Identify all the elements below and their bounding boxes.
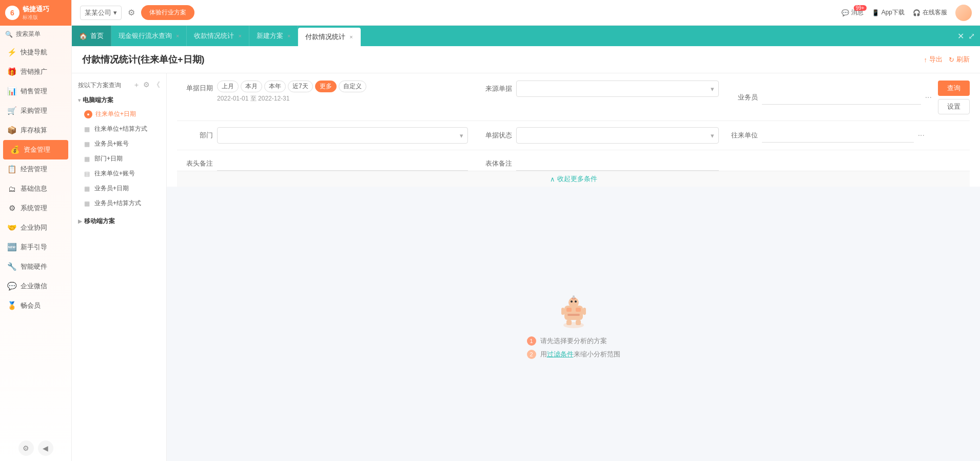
- salesman-filter-label: 业务员: [727, 93, 758, 102]
- online-service-btn[interactable]: 🎧 在线客服: [913, 8, 947, 17]
- dept-select[interactable]: ▾: [217, 127, 468, 144]
- plan-panel-header-actions: ＋ ⚙ 《: [133, 81, 160, 90]
- settings-small-btn[interactable]: 设置: [938, 99, 970, 114]
- app-name: 畅捷通巧: [23, 5, 49, 14]
- tab-payment-label: 付款情况统计: [305, 32, 345, 42]
- collapse-btn-label: 收起更多条件: [557, 174, 597, 184]
- manage-plan-icon[interactable]: ⚙: [143, 81, 150, 90]
- right-content: 单据日期 上月 本月 本年 近7天 更多 自定义 20: [167, 73, 980, 461]
- collapse-sidebar-btn[interactable]: ◀: [38, 440, 53, 456]
- tab-receipt-label: 收款情况统计: [194, 31, 234, 41]
- date-btn-last-month[interactable]: 上月: [217, 81, 239, 92]
- date-btn-more[interactable]: 更多: [315, 81, 337, 92]
- sidebar-item-operations[interactable]: 📋 经营管理: [0, 159, 71, 179]
- dept-filter-label: 部门: [177, 131, 213, 140]
- sidebar-item-sales[interactable]: 📊 销售管理: [0, 82, 71, 101]
- sidebar-item-purchase[interactable]: 🛒 采购管理: [0, 101, 71, 121]
- marketing-icon: 🎁: [7, 67, 16, 76]
- message-badge: 99+: [854, 5, 867, 11]
- svg-rect-12: [566, 320, 572, 325]
- empty-tip-2: 2 用过滤条件来缩小分析范围: [527, 350, 620, 359]
- plan-grid-icon: ▦: [84, 141, 91, 148]
- close-new-plan-tab[interactable]: ×: [287, 33, 290, 39]
- tip-num-2: 2: [527, 350, 536, 359]
- page-title: 付款情况统计(往来单位+日期): [82, 53, 205, 66]
- mobile-section-arrow-icon: ▶: [78, 218, 82, 224]
- trial-btn[interactable]: 体验行业方案: [141, 5, 194, 20]
- plan-item-partner-date[interactable]: ● 往来单位+日期: [72, 107, 166, 122]
- sidebar-item-hardware[interactable]: 🔧 智能硬件: [0, 257, 71, 276]
- phone-icon: 📱: [872, 9, 879, 16]
- body-note-label: 表体备注: [476, 159, 512, 168]
- settings-footer-btn[interactable]: ⚙: [18, 440, 34, 456]
- plan-item-dept-date[interactable]: ▦ 部门+日期: [72, 151, 166, 166]
- source-select[interactable]: ▾: [516, 81, 719, 97]
- sidebar: 6 畅捷通巧 标准版 🔍 搜索菜单 ⚡ 快捷导航 🎁 营销推广 📊 销售管理 🛒…: [0, 0, 72, 461]
- sidebar-item-weixin[interactable]: 💬 企业微信: [0, 276, 71, 296]
- app-version: 标准版: [23, 14, 49, 21]
- plan-panel-title: 按以下方案查询: [78, 81, 121, 90]
- sidebar-item-member[interactable]: 🏅 畅会员: [0, 296, 71, 315]
- sidebar-item-guide[interactable]: 🆕 新手引导: [0, 237, 71, 257]
- collapse-plan-panel-icon[interactable]: 《: [153, 81, 160, 90]
- user-avatar[interactable]: [955, 5, 972, 21]
- sidebar-item-capital[interactable]: 💰 资金管理: [3, 140, 68, 159]
- add-plan-icon[interactable]: ＋: [133, 81, 140, 90]
- tab-payment[interactable]: 付款情况统计 ×: [298, 28, 360, 46]
- sidebar-item-inventory[interactable]: 📦 库存核算: [0, 121, 71, 140]
- close-receipt-tab[interactable]: ×: [238, 33, 241, 39]
- plan-section-mobile[interactable]: ▶ 移动端方案: [72, 215, 166, 228]
- plan-grid-icon: ▦: [84, 185, 91, 192]
- search-menu[interactable]: 🔍 搜索菜单: [0, 26, 71, 43]
- plan-item-salesman-date[interactable]: ▦ 业务员+日期: [72, 181, 166, 196]
- messages-btn[interactable]: 💬 消息 99+: [841, 8, 864, 17]
- close-bank-tab[interactable]: ×: [176, 33, 179, 39]
- date-btn-this-month[interactable]: 本月: [241, 81, 262, 92]
- sidebar-item-marketing[interactable]: 🎁 营销推广: [0, 62, 71, 82]
- body-note-input[interactable]: [516, 156, 719, 171]
- app-download-btn[interactable]: 📱 App下载: [872, 8, 905, 17]
- plan-item-label: 往来单位+账号: [94, 169, 135, 178]
- date-btn-custom[interactable]: 自定义: [339, 81, 366, 92]
- close-payment-tab[interactable]: ×: [349, 34, 352, 40]
- topbar-settings-btn[interactable]: ⚙: [126, 6, 137, 19]
- mobile-section-label: 移动端方案: [84, 217, 115, 226]
- partner-input[interactable]: [762, 128, 913, 143]
- sidebar-item-enterprise[interactable]: 🤝 企业协同: [0, 218, 71, 237]
- operations-icon: 📋: [7, 165, 16, 174]
- date-btn-this-year[interactable]: 本年: [264, 81, 286, 92]
- tab-new-plan[interactable]: 新建方案 ×: [249, 26, 298, 46]
- header-note-input[interactable]: [217, 156, 468, 171]
- empty-state: 1 请先选择要分析的方案 2 用过滤条件来缩小分析范围: [167, 187, 980, 461]
- tab-home[interactable]: 🏠 首页: [72, 26, 111, 46]
- close-all-tabs-btn[interactable]: ✕: [957, 31, 964, 41]
- voucher-status-select[interactable]: ▾: [516, 127, 719, 144]
- tab-bank[interactable]: 现金银行流水查询 ×: [111, 26, 187, 46]
- export-btn[interactable]: ↑ 导出: [924, 55, 943, 64]
- expand-tabs-btn[interactable]: ⤢: [968, 31, 975, 41]
- date-btn-7days[interactable]: 近7天: [288, 81, 313, 92]
- query-btn[interactable]: 查询: [938, 81, 970, 96]
- company-selector[interactable]: 某某公司 ▾: [80, 6, 122, 20]
- capital-icon: 💰: [10, 145, 19, 154]
- plan-item-salesman-account[interactable]: ▦ 业务员+账号: [72, 136, 166, 151]
- tab-receipt[interactable]: 收款情况统计 ×: [187, 26, 249, 46]
- salesman-input[interactable]: [762, 90, 920, 105]
- topbar-right: 💬 消息 99+ 📱 App下载 🎧 在线客服: [841, 5, 972, 21]
- logo-icon: 6: [5, 6, 19, 20]
- refresh-btn[interactable]: ↻ 刷新: [949, 55, 970, 64]
- sidebar-item-quick-nav[interactable]: ⚡ 快捷导航: [0, 43, 71, 62]
- salesman-dots-btn[interactable]: ···: [925, 93, 932, 102]
- plan-item-salesman-settlement[interactable]: ▦ 业务员+结算方式: [72, 196, 166, 211]
- tab-home-label: 首页: [90, 31, 104, 41]
- plan-item-partner-account[interactable]: ▤ 往来单位+账号: [72, 166, 166, 181]
- sidebar-item-basic-info[interactable]: 🗂 基础信息: [0, 179, 71, 198]
- collapse-filter-btn[interactable]: ∧ 收起更多条件: [177, 171, 970, 187]
- plan-item-partner-settlement[interactable]: ▦ 往来单位+结算方式: [72, 122, 166, 136]
- partner-dots-btn[interactable]: ···: [918, 131, 925, 140]
- sidebar-item-system[interactable]: ⚙ 系统管理: [0, 198, 71, 218]
- refresh-icon: ↻: [949, 56, 954, 64]
- purchase-icon: 🛒: [7, 106, 16, 115]
- plan-section-desktop[interactable]: ▾ 电脑端方案: [72, 94, 166, 107]
- sidebar-item-label: 企业协同: [21, 223, 47, 232]
